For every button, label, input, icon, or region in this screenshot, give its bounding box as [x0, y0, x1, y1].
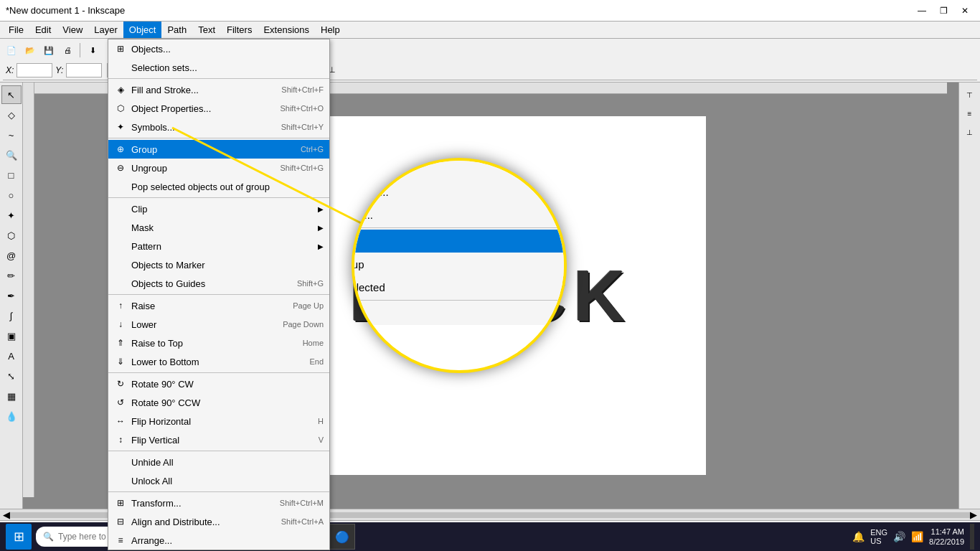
- print-button[interactable]: 🖨: [59, 42, 76, 58]
- transform-icon: ⊞: [114, 496, 127, 509]
- menu-sep-6: [108, 451, 329, 451]
- x-input[interactable]: [17, 63, 52, 77]
- menu-mask[interactable]: Mask ▶: [108, 218, 329, 237]
- scroll-right-button[interactable]: ▶: [970, 509, 977, 520]
- start-button[interactable]: ⊞: [6, 524, 32, 550]
- menu-sep-7: [108, 491, 329, 492]
- menu-selection-sets[interactable]: Selection sets...: [108, 58, 329, 77]
- menu-raise-top[interactable]: ⇑ Raise to Top Home: [108, 334, 329, 352]
- menu-fill-stroke[interactable]: ◈ Fill and Stroke... Shift+Ctrl+F: [108, 80, 329, 99]
- mag-group: ⊕ Group: [352, 230, 567, 253]
- zoom-tool[interactable]: 🔍: [1, 146, 22, 164]
- gradient-tool[interactable]: ▦: [1, 387, 22, 405]
- menu-align[interactable]: ⊟ Align and Distribute... Shift+Ctrl+A: [108, 512, 329, 531]
- menu-objects-to-guides[interactable]: Objects to Guides Shift+G: [108, 274, 329, 293]
- menu-rotate-cw[interactable]: ↻ Rotate 90° CW: [108, 375, 329, 393]
- import-button[interactable]: ⬇: [84, 42, 101, 58]
- 3d-box-tool[interactable]: ⬡: [1, 226, 22, 245]
- symbols-icon: ✦: [114, 121, 127, 133]
- y-label: Y:: [55, 65, 63, 75]
- object-dropdown-menu: ⊞ Objects... Selection sets... ◈ Fill an…: [108, 39, 330, 550]
- new-button[interactable]: 📄: [3, 42, 20, 58]
- menu-sep-4: [108, 294, 329, 295]
- menu-filters[interactable]: Filters: [221, 22, 258, 38]
- menu-ungroup[interactable]: ⊖ Ungroup Shift+Ctrl+G: [108, 159, 329, 177]
- menu-edit[interactable]: Edit: [29, 22, 57, 38]
- star-tool[interactable]: ✦: [1, 206, 22, 225]
- search-icon: 🔍: [43, 532, 54, 542]
- mag-sep-1: [352, 227, 567, 228]
- magnifier-content: ◈ Fill an... ⬡ Object Prop... ✦ Symbols.…: [352, 158, 567, 325]
- menu-unhide-all[interactable]: Unhide All: [108, 453, 329, 471]
- menu-group[interactable]: ⊕ Group Ctrl+G: [108, 140, 329, 159]
- taskbar-notification-icon[interactable]: 🔔: [852, 531, 864, 542]
- lower-bottom-icon: ⇓: [114, 355, 127, 368]
- taskbar-locale: ENGUS: [870, 528, 887, 545]
- save-button[interactable]: 💾: [40, 42, 57, 58]
- menu-flip-v[interactable]: ↕ Flip Vertical V: [108, 430, 329, 449]
- y-input[interactable]: [66, 63, 102, 77]
- dropper-tool[interactable]: 💧: [1, 407, 22, 425]
- menu-pattern[interactable]: Pattern ▶: [108, 237, 329, 255]
- objects-to-marker-icon: [114, 258, 127, 271]
- menu-path[interactable]: Path: [161, 22, 192, 38]
- close-button[interactable]: ✕: [956, 4, 974, 18]
- show-desktop-button[interactable]: [970, 524, 974, 550]
- spiral-tool[interactable]: @: [1, 246, 22, 265]
- ruler-vertical: [23, 83, 34, 497]
- scroll-left-button[interactable]: ◀: [3, 509, 10, 520]
- maximize-button[interactable]: ❐: [934, 4, 953, 18]
- menu-object-properties[interactable]: ⬡ Object Properties... Shift+Ctrl+O: [108, 99, 329, 118]
- connector-tool[interactable]: ⤡: [1, 367, 22, 385]
- menu-sep-2: [108, 138, 329, 138]
- menu-object[interactable]: Object: [123, 22, 162, 38]
- taskbar-volume-icon[interactable]: 🔊: [893, 531, 905, 542]
- menu-extensions[interactable]: Extensions: [258, 22, 315, 38]
- menu-rotate-ccw[interactable]: ↺ Rotate 90° CCW: [108, 393, 329, 412]
- menu-transform[interactable]: ⊞ Transform... Shift+Ctrl+M: [108, 494, 329, 512]
- menu-file[interactable]: File: [3, 22, 29, 38]
- select-tool[interactable]: ↖: [1, 85, 22, 104]
- taskbar-time: 11:47 AM 8/22/2019: [929, 527, 964, 547]
- taskbar-wifi-icon[interactable]: 📶: [911, 531, 923, 542]
- text-tool[interactable]: A: [1, 347, 22, 365]
- calligraphy-tool[interactable]: ∫: [1, 306, 22, 325]
- menu-sep-5: [108, 372, 329, 373]
- taskbar-date: 8/22/2019: [929, 537, 964, 547]
- menu-clip[interactable]: Clip ▶: [108, 199, 329, 218]
- pen-tool[interactable]: ✒: [1, 286, 22, 305]
- fill-stroke-icon: ◈: [114, 83, 127, 96]
- titlebar-title: *New document 1 - Inkscape: [6, 5, 125, 16]
- snap-bot-button[interactable]: ⊥: [960, 123, 980, 141]
- menu-objects-to-marker[interactable]: Objects to Marker: [108, 255, 329, 274]
- snap-mid-button[interactable]: ≡: [960, 104, 980, 123]
- rect-tool[interactable]: □: [1, 166, 22, 184]
- node-tool[interactable]: ◇: [1, 105, 22, 124]
- menu-raise[interactable]: ↑ Raise Page Up: [108, 296, 329, 315]
- bucket-tool[interactable]: ▣: [1, 326, 22, 345]
- menu-objects[interactable]: ⊞ Objects...: [108, 39, 329, 58]
- menu-sep-3: [108, 197, 329, 198]
- menu-unlock-all[interactable]: Unlock All: [108, 471, 329, 490]
- menu-symbols[interactable]: ✦ Symbols... Shift+Ctrl+Y: [108, 118, 329, 136]
- clip-icon: [114, 202, 127, 215]
- menu-lower-bottom[interactable]: ⇓ Lower to Bottom End: [108, 352, 329, 371]
- menu-text[interactable]: Text: [192, 22, 221, 38]
- menu-lower[interactable]: ↓ Lower Page Down: [108, 315, 329, 334]
- flip-v-icon: ↕: [114, 433, 127, 446]
- app-taskbar-5[interactable]: 🔵: [329, 524, 355, 550]
- menu-flip-h[interactable]: ↔ Flip Horizontal H: [108, 412, 329, 430]
- circle-tool[interactable]: ○: [1, 186, 22, 204]
- open-button[interactable]: 📂: [22, 42, 39, 58]
- pattern-icon: [114, 240, 127, 253]
- selection-sets-icon: [114, 61, 127, 74]
- menu-layer[interactable]: Layer: [88, 22, 123, 38]
- menu-view[interactable]: View: [57, 22, 88, 38]
- menu-help[interactable]: Help: [315, 22, 346, 38]
- snap-top-button[interactable]: ⊤: [960, 85, 980, 104]
- pencil-tool[interactable]: ✏: [1, 266, 22, 285]
- tweak-tool[interactable]: ~: [1, 126, 22, 144]
- menu-pop-selected[interactable]: Pop selected objects out of group: [108, 177, 329, 196]
- menu-arrange[interactable]: ≡ Arrange...: [108, 531, 329, 550]
- minimize-button[interactable]: —: [913, 4, 931, 18]
